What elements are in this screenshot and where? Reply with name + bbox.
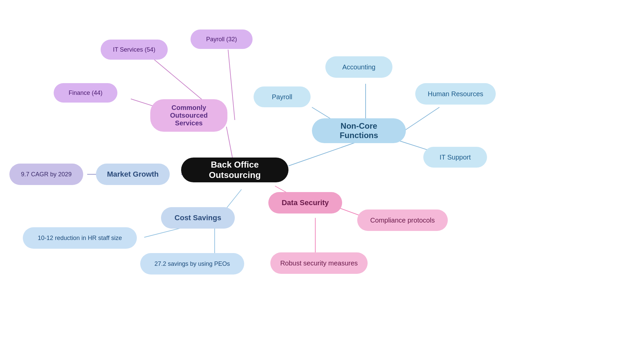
data-security-node: Data Security xyxy=(268,192,342,214)
payroll-purple-node: Payroll (32) xyxy=(191,29,253,49)
compliance-protocols-label: Compliance protocols xyxy=(370,217,435,224)
market-growth-node: Market Growth xyxy=(96,164,170,185)
accounting-label: Accounting xyxy=(342,63,376,71)
human-resources-label: Human Resources xyxy=(428,90,483,98)
accounting-node: Accounting xyxy=(325,56,392,78)
payroll-blue-label: Payroll xyxy=(272,93,292,101)
hr-reduction-label: 10-12 reduction in HR staff size xyxy=(38,235,122,242)
center-node: Back Office Outsourcing xyxy=(181,158,288,182)
cagr-node: 9.7 CAGR by 2029 xyxy=(9,164,83,185)
non-core-functions-label: Non-Core Functions xyxy=(321,121,396,140)
it-services-node: IT Services (54) xyxy=(101,40,168,60)
peo-savings-label: 27.2 savings by using PEOs xyxy=(154,260,230,267)
svg-line-2 xyxy=(228,50,235,120)
human-resources-node: Human Resources xyxy=(415,83,496,105)
peo-savings-node: 27.2 savings by using PEOs xyxy=(140,253,244,275)
it-support-label: IT Support xyxy=(439,154,471,161)
market-growth-label: Market Growth xyxy=(107,170,159,179)
payroll-blue-node: Payroll xyxy=(254,86,311,107)
robust-security-node: Robust security measures xyxy=(270,252,368,274)
finance-label: Finance (44) xyxy=(68,89,102,97)
hr-reduction-node: 10-12 reduction in HR staff size xyxy=(23,227,137,249)
commonly-outsourced-label: Commonly Outsourced Services xyxy=(160,104,218,127)
cagr-label: 9.7 CAGR by 2029 xyxy=(21,171,71,178)
finance-node: Finance (44) xyxy=(54,83,117,103)
payroll-purple-label: Payroll (32) xyxy=(206,36,237,43)
cost-savings-label: Cost Savings xyxy=(174,214,221,222)
commonly-outsourced-node: Commonly Outsourced Services xyxy=(150,99,227,132)
it-services-label: IT Services (54) xyxy=(113,46,156,53)
robust-security-label: Robust security measures xyxy=(280,259,358,267)
non-core-functions-node: Non-Core Functions xyxy=(312,118,406,143)
compliance-protocols-node: Compliance protocols xyxy=(357,209,448,231)
svg-line-9 xyxy=(288,142,356,166)
data-security-label: Data Security xyxy=(282,198,329,207)
it-support-node: IT Support xyxy=(423,147,487,168)
cost-savings-node: Cost Savings xyxy=(161,207,235,229)
